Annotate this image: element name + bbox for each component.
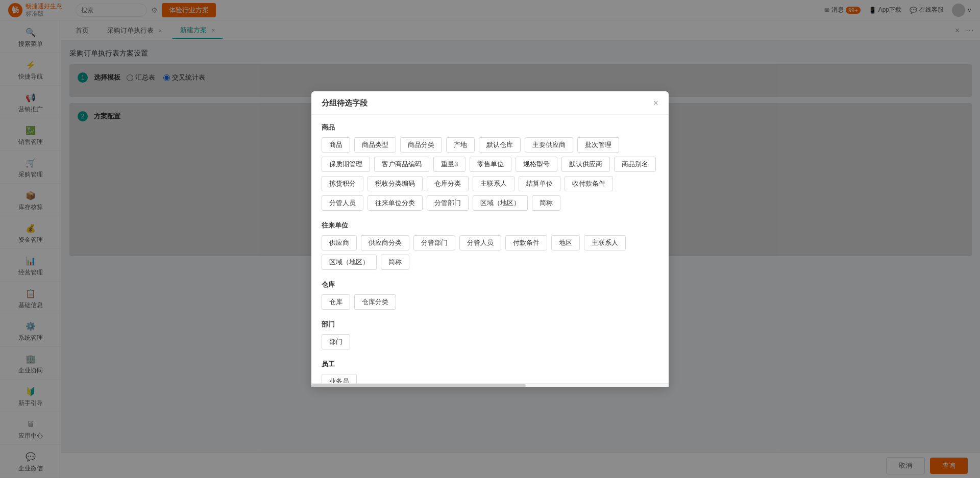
field-tag[interactable]: 供应商 xyxy=(322,235,357,250)
product-fields: 商品 商品类型 商品分类 产地 默认仓库 主要供应商 批次管理 保质期管理 客户… xyxy=(322,137,658,211)
field-tag[interactable]: 默认仓库 xyxy=(479,137,521,153)
section-partner-title: 往来单位 xyxy=(322,221,658,230)
modal-horizontal-scrollbar[interactable] xyxy=(311,383,669,387)
modal-select-fields: 分组待选字段 × 商品 商品 商品类型 商品分类 产地 默认仓库 主要供应商 批… xyxy=(311,91,669,387)
section-warehouse: 仓库 仓库 仓库分类 xyxy=(322,280,658,310)
section-partner: 往来单位 供应商 供应商分类 分管部门 分管人员 付款条件 地区 主联系人 区域… xyxy=(322,221,658,270)
field-tag[interactable]: 往来单位分类 xyxy=(368,195,423,211)
modal-scrollbar-thumb xyxy=(311,384,526,387)
field-tag[interactable]: 批次管理 xyxy=(577,137,619,153)
field-tag[interactable]: 拣货积分 xyxy=(322,176,363,191)
field-tag[interactable]: 区域（地区） xyxy=(473,195,528,211)
field-tag[interactable]: 分管人员 xyxy=(459,235,501,250)
field-tag[interactable]: 仓库分类 xyxy=(354,294,396,310)
field-tag[interactable]: 商品类型 xyxy=(354,137,396,153)
modal-close-btn[interactable]: × xyxy=(653,98,658,108)
warehouse-fields: 仓库 仓库分类 xyxy=(322,294,658,310)
field-tag[interactable]: 付款条件 xyxy=(505,235,547,250)
partner-fields: 供应商 供应商分类 分管部门 分管人员 付款条件 地区 主联系人 区域（地区） … xyxy=(322,235,658,270)
section-product: 商品 商品 商品类型 商品分类 产地 默认仓库 主要供应商 批次管理 保质期管理… xyxy=(322,123,658,211)
modal-body[interactable]: 商品 商品 商品类型 商品分类 产地 默认仓库 主要供应商 批次管理 保质期管理… xyxy=(311,115,669,383)
section-employee: 员工 业务员 xyxy=(322,360,658,383)
section-product-title: 商品 xyxy=(322,123,658,132)
modal-header: 分组待选字段 × xyxy=(311,91,669,115)
field-tag[interactable]: 保质期管理 xyxy=(322,157,370,172)
field-tag[interactable]: 结算单位 xyxy=(519,176,560,191)
field-tag[interactable]: 收付款条件 xyxy=(565,176,613,191)
field-tag[interactable]: 重量3 xyxy=(433,157,465,172)
field-tag[interactable]: 主联系人 xyxy=(473,176,514,191)
modal-backdrop[interactable]: 分组待选字段 × 商品 商品 商品类型 商品分类 产地 默认仓库 主要供应商 批… xyxy=(0,0,980,478)
field-tag[interactable]: 简称 xyxy=(381,255,409,270)
field-tag[interactable]: 零售单位 xyxy=(470,157,511,172)
field-tag[interactable]: 仓库 xyxy=(322,294,350,310)
modal-title: 分组待选字段 xyxy=(322,98,368,108)
field-tag[interactable]: 规格型号 xyxy=(516,157,557,172)
department-fields: 部门 xyxy=(322,334,658,349)
field-tag[interactable]: 仓库分类 xyxy=(427,176,469,191)
field-tag[interactable]: 供应商分类 xyxy=(361,235,409,250)
field-tag[interactable]: 商品别名 xyxy=(614,157,656,172)
field-tag[interactable]: 分管部门 xyxy=(427,195,469,211)
field-tag[interactable]: 默认供应商 xyxy=(561,157,610,172)
field-tag[interactable]: 地区 xyxy=(551,235,580,250)
section-department: 部门 部门 xyxy=(322,320,658,349)
field-tag[interactable]: 部门 xyxy=(322,334,350,349)
employee-fields: 业务员 xyxy=(322,374,658,383)
field-tag[interactable]: 业务员 xyxy=(322,374,357,383)
field-tag[interactable]: 区域（地区） xyxy=(322,255,377,270)
section-employee-title: 员工 xyxy=(322,360,658,369)
field-tag[interactable]: 分管人员 xyxy=(322,195,363,211)
field-tag[interactable]: 主要供应商 xyxy=(525,137,573,153)
field-tag[interactable]: 简称 xyxy=(532,195,560,211)
section-department-title: 部门 xyxy=(322,320,658,329)
field-tag[interactable]: 商品分类 xyxy=(400,137,442,153)
field-tag[interactable]: 分管部门 xyxy=(413,235,455,250)
field-tag[interactable]: 主联系人 xyxy=(584,235,626,250)
field-tag[interactable]: 商品 xyxy=(322,137,350,153)
field-tag[interactable]: 产地 xyxy=(446,137,475,153)
field-tag[interactable]: 客户商品编码 xyxy=(374,157,429,172)
section-warehouse-title: 仓库 xyxy=(322,280,658,289)
field-tag[interactable]: 税收分类编码 xyxy=(368,176,423,191)
